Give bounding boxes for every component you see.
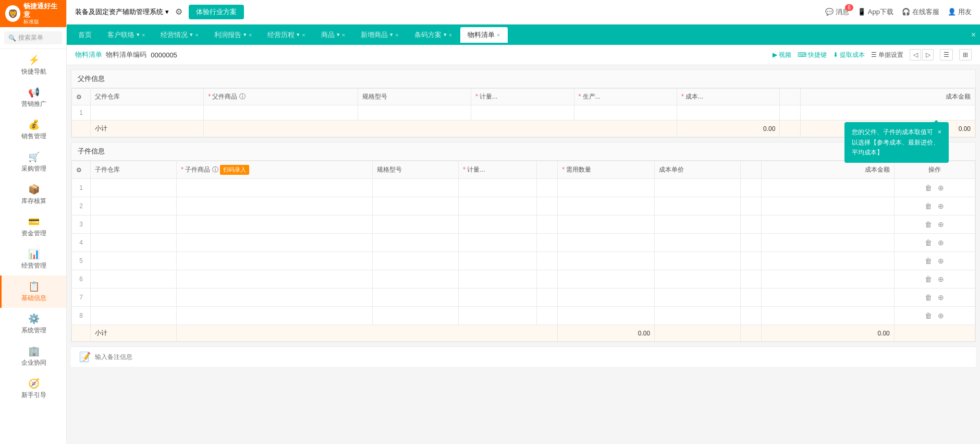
sidebar-item-label: 系统管理 (21, 326, 46, 335)
delete-row-button[interactable]: 🗑 (923, 274, 934, 284)
sidebar-nav: ⚡ 快捷导航 📢 营销推广 💰 销售管理 🛒 采购管理 📦 库存核算 💳 资金管… (0, 49, 66, 444)
notes-icon: 📝 (79, 351, 91, 363)
copy-row-button[interactable]: ⊕ (936, 310, 946, 321)
nav-arrows: ◁ ▷ (910, 49, 934, 61)
app-logo: 🦁 畅捷通好生意 标准版 (0, 0, 66, 27)
delete-row-button[interactable]: 🗑 (923, 183, 934, 193)
extract-cost-button[interactable]: ⬇ 提取成本 (833, 51, 865, 59)
online-service-button[interactable]: 🎧 在线客服 (902, 7, 939, 17)
parent-cell-product[interactable] (204, 105, 358, 121)
delete-row-button[interactable]: 🗑 (923, 237, 934, 248)
tab-history[interactable]: 经营历程 ▾ × (260, 27, 312, 43)
copy-row-button[interactable]: ⊕ (936, 201, 946, 211)
close-icon[interactable]: × (142, 32, 145, 38)
sidebar-item-marketing[interactable]: 📢 营销推广 (0, 81, 66, 114)
delete-row-button[interactable]: 🗑 (923, 201, 934, 211)
child-cell-unit-1[interactable] (459, 179, 537, 197)
user-menu-button[interactable]: 👤 用友 (948, 7, 972, 17)
breadcrumb-bom[interactable]: 物料清单 (75, 50, 102, 59)
prev-record-button[interactable]: ◁ (910, 49, 921, 61)
sidebar-item-label: 新手引导 (21, 391, 46, 400)
close-icon[interactable]: × (249, 32, 252, 38)
tab-new-product[interactable]: 新增商品 ▾ × (353, 27, 406, 43)
close-icon[interactable]: × (449, 32, 452, 38)
tooltip-close-button[interactable]: × (938, 127, 941, 137)
close-icon[interactable]: × (342, 32, 345, 38)
close-icon[interactable]: × (302, 32, 305, 38)
message-button[interactable]: 💬 消息 6 (825, 7, 849, 17)
tab-profit[interactable]: 利润报告 ▾ × (207, 27, 259, 43)
tab-product[interactable]: 商品 ▾ × (314, 27, 352, 43)
settings-icon[interactable]: ⚙ (175, 7, 182, 17)
parent-cell-spec[interactable] (358, 105, 471, 121)
sidebar-item-label: 经营管理 (21, 261, 46, 270)
sidebar-item-guide[interactable]: 🧭 新手引导 (0, 373, 66, 405)
delete-row-button[interactable]: 🗑 (923, 310, 934, 321)
sidebar-item-enterprise[interactable]: 🏢 企业协同 (0, 340, 66, 373)
child-col-settings[interactable]: ⚙ (72, 161, 91, 179)
sidebar-item-basic-info[interactable]: 📋 基础信息 (0, 275, 66, 308)
marketing-icon: 📢 (28, 87, 40, 98)
shortcut-button[interactable]: ⌨ 快捷键 (798, 51, 827, 59)
sidebar-item-quick-nav[interactable]: ⚡ 快捷导航 (0, 49, 66, 81)
tab-profit-label: 利润报告 (214, 30, 241, 40)
system-icon: ⚙️ (28, 313, 40, 325)
sidebar-item-inventory[interactable]: 📦 库存核算 (0, 178, 66, 211)
parent-col-settings[interactable]: ⚙ (72, 89, 91, 105)
child-cell-spec-1[interactable] (372, 179, 458, 197)
system-title-dropdown[interactable]: 装备及固定资产辅助管理系统 ▾ (75, 7, 169, 17)
tab-bom[interactable]: 物料清单 × (460, 27, 507, 43)
copy-row-button[interactable]: ⊕ (936, 237, 946, 248)
app-download-button[interactable]: 📱 App下载 (858, 7, 893, 17)
parent-cell-unit[interactable] (471, 105, 574, 121)
tab-business[interactable]: 经营情况 ▾ × (153, 27, 205, 43)
child-cell-warehouse-1[interactable] (91, 179, 177, 197)
next-record-button[interactable]: ▷ (922, 49, 934, 61)
list-view-button[interactable]: ☰ (940, 49, 953, 61)
tab-barcode[interactable]: 条码方案 ▾ × (407, 27, 459, 43)
copy-row-button[interactable]: ⊕ (936, 256, 946, 266)
delete-row-button[interactable]: 🗑 (923, 292, 934, 303)
copy-row-button[interactable]: ⊕ (936, 183, 946, 193)
parent-cell-produce[interactable] (574, 105, 677, 121)
child-table-row: 1 🗑 (72, 179, 975, 197)
child-table-row: 6 🗑⊕ (72, 270, 975, 289)
chevron-down-icon: ▾ (190, 31, 193, 38)
child-cell-unitcost-1[interactable] (655, 179, 741, 197)
app-download-icon: 📱 (858, 8, 866, 16)
view-video-button[interactable]: ▶ 视频 (773, 51, 791, 59)
close-all-tabs-icon[interactable]: × (971, 30, 976, 40)
close-icon[interactable]: × (395, 32, 398, 38)
copy-row-button[interactable]: ⊕ (936, 292, 946, 303)
search-menu-button[interactable]: 🔍 搜索菜单 (4, 31, 62, 44)
close-icon[interactable]: × (195, 32, 198, 38)
single-settings-button[interactable]: ☰ 单据设置 (871, 51, 903, 59)
parent-table-row: 1 (72, 105, 975, 121)
sidebar-item-sales[interactable]: 💰 销售管理 (0, 114, 66, 146)
tab-customer[interactable]: 客户联络 ▾ × (100, 27, 152, 43)
scan-input-badge[interactable]: 扫码录入 (220, 165, 249, 175)
grid-view-button[interactable]: ⊞ (959, 49, 972, 61)
parent-col-unit: * 计量... (471, 89, 574, 105)
notes-input[interactable] (95, 353, 967, 361)
parent-cell-warehouse[interactable] (91, 105, 204, 121)
experience-btn[interactable]: 体验行业方案 (189, 5, 244, 19)
tab-new-product-label: 新增商品 (361, 30, 388, 40)
copy-row-button[interactable]: ⊕ (936, 274, 946, 284)
parent-col-warehouse: 父件仓库 (91, 89, 204, 105)
delete-row-button[interactable]: 🗑 (923, 256, 934, 266)
sidebar-item-operations[interactable]: 📊 经营管理 (0, 243, 66, 275)
sidebar-item-purchase[interactable]: 🛒 采购管理 (0, 146, 66, 178)
delete-row-button[interactable]: 🗑 (923, 219, 934, 230)
child-cell-product-1[interactable] (177, 179, 373, 197)
close-icon[interactable]: × (497, 32, 500, 38)
child-cell-qty-1[interactable] (558, 179, 655, 197)
sidebar-item-system[interactable]: ⚙️ 系统管理 (0, 308, 66, 340)
tab-home-label: 首页 (78, 30, 92, 40)
parent-cell-cost[interactable] (677, 105, 780, 121)
copy-row-button[interactable]: ⊕ (936, 219, 946, 230)
child-table-row: 5 🗑⊕ (72, 252, 975, 270)
sidebar-item-finance[interactable]: 💳 资金管理 (0, 211, 66, 243)
dropdown-arrow-icon: ▾ (165, 8, 169, 16)
tab-home[interactable]: 首页 (71, 27, 99, 43)
